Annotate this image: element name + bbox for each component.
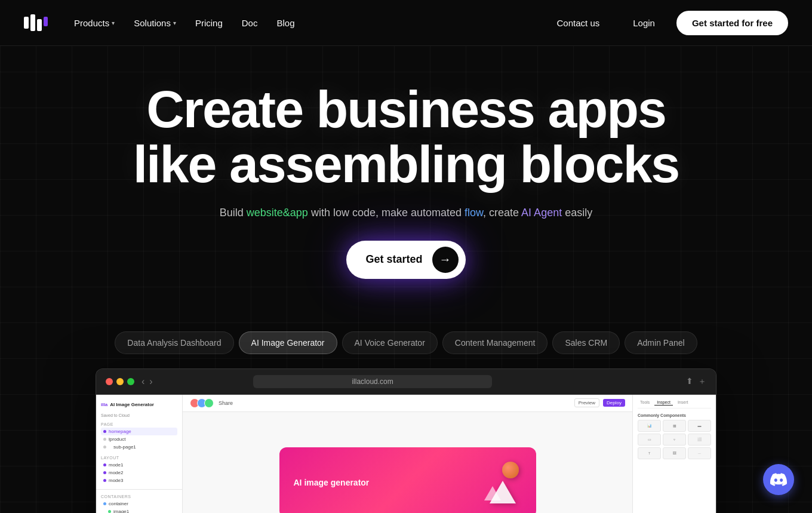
- logo[interactable]: [24, 14, 48, 31]
- containers-section: CONTAINERS container image1 button: [96, 493, 182, 513]
- arrow-icon: →: [432, 247, 459, 273]
- pyramid-small-shape: [484, 486, 501, 500]
- sidebar-item-subpage[interactable]: sub-page1: [101, 443, 177, 451]
- app-logo: illa: [101, 402, 107, 407]
- sidebar-item-image1[interactable]: image1: [101, 508, 177, 513]
- browser-window: ‹ › illacloud.com ⬆ ＋ illa AI Image Gene…: [96, 368, 716, 513]
- app-content: illa AI Image Generator Saved to Cloud P…: [96, 395, 716, 513]
- nav-items: Products ▾ Solutions ▾ Pricing Doc Blog: [67, 14, 302, 32]
- minimize-window-button[interactable]: [116, 378, 124, 385]
- card-title: AI image generator: [294, 478, 370, 487]
- avatar-3: [204, 398, 214, 408]
- svg-rect-3: [44, 17, 48, 26]
- topbar-right: Preview Deploy: [574, 398, 625, 407]
- nav-item-blog[interactable]: Blog: [269, 14, 302, 32]
- sidebar-item-container1[interactable]: container: [101, 500, 177, 508]
- app-sidebar: illa AI Image Generator Saved to Cloud P…: [96, 395, 183, 513]
- tab-ai-image-generator[interactable]: AI Image Generator: [239, 331, 337, 354]
- topbar-left: Share: [190, 398, 233, 408]
- nav-item-pricing[interactable]: Pricing: [188, 14, 230, 32]
- chevron-down-icon: ▾: [112, 20, 115, 26]
- sidebar-item-mode2[interactable]: mode2: [101, 469, 177, 477]
- nav-item-products[interactable]: Products ▾: [67, 14, 122, 32]
- layout-label: LAYOUT: [101, 456, 177, 460]
- tab-sales-crm[interactable]: Sales CRM: [552, 331, 620, 354]
- right-tab-tools[interactable]: Tools: [638, 400, 652, 406]
- preview-button[interactable]: Preview: [574, 398, 599, 407]
- get-started-for-free-button[interactable]: Get started for free: [676, 11, 788, 35]
- preview-section: ‹ › illacloud.com ⬆ ＋ illa AI Image Gene…: [0, 368, 812, 513]
- component-grid: 📊 ▦ ▬ ▭ ▿ ⬜ T 🖼 ···: [638, 420, 711, 459]
- layout-section: LAYOUT mode1 mode2 mode3: [96, 454, 182, 486]
- maximize-window-button[interactable]: [127, 378, 134, 385]
- browser-bar: ‹ › illacloud.com ⬆ ＋: [96, 369, 716, 395]
- navbar: Products ▾ Solutions ▾ Pricing Doc Blog …: [0, 0, 812, 46]
- login-button[interactable]: Login: [621, 13, 667, 33]
- component-text[interactable]: T: [638, 447, 661, 459]
- traffic-lights: [106, 378, 134, 385]
- app-right-panel: Tools Inspect Insert Commonly Components…: [632, 395, 716, 513]
- deploy-button[interactable]: Deploy: [603, 399, 625, 407]
- get-started-button[interactable]: Get started →: [346, 241, 465, 279]
- component-more[interactable]: ···: [688, 447, 711, 459]
- sidebar-item-mode3[interactable]: mode3: [101, 477, 177, 484]
- svg-rect-2: [37, 19, 42, 31]
- discord-button[interactable]: [763, 464, 794, 495]
- hero-subtitle: Build website&app with low code, make au…: [12, 207, 800, 219]
- sidebar-item-mode1[interactable]: mode1: [101, 461, 177, 469]
- 3d-illustration: [474, 462, 522, 503]
- nav-item-solutions[interactable]: Solutions ▾: [127, 14, 183, 32]
- right-tab-inspect[interactable]: Inspect: [654, 400, 673, 406]
- browser-navigation: ‹ ›: [142, 376, 153, 387]
- component-bar[interactable]: ▬: [688, 420, 711, 432]
- share-icon[interactable]: ⬆: [686, 376, 693, 387]
- share-text[interactable]: Share: [219, 400, 233, 406]
- nav-item-doc[interactable]: Doc: [235, 14, 265, 32]
- browser-actions: ⬆ ＋: [686, 376, 706, 387]
- sidebar-item-homepage[interactable]: homepage: [101, 428, 177, 435]
- component-select[interactable]: ▿: [663, 434, 686, 446]
- ai-image-generator-card: AI image generator: [279, 447, 536, 513]
- nav-right: Contact us Login Get started for free: [545, 11, 788, 35]
- hero-title: Create business apps like assembling blo…: [12, 82, 800, 192]
- svg-rect-1: [30, 14, 35, 31]
- hero-section: Create business apps like assembling blo…: [0, 46, 812, 331]
- right-panel-tabs: Tools Inspect Insert: [638, 400, 711, 408]
- app-topbar: Share Preview Deploy: [183, 395, 632, 412]
- right-tab-insert[interactable]: Insert: [675, 400, 691, 406]
- user-avatars: [190, 398, 214, 408]
- demo-tabs: Data Analysis Dashboard AI Image Generat…: [0, 331, 812, 354]
- tab-ai-voice-generator[interactable]: AI Voice Generator: [342, 331, 438, 354]
- chevron-down-icon: ▾: [173, 20, 176, 26]
- app-name: AI Image Generator: [110, 402, 154, 407]
- back-icon[interactable]: ‹: [142, 376, 144, 387]
- sphere-shape: [502, 462, 519, 478]
- tab-content-management[interactable]: Content Management: [442, 331, 548, 354]
- forward-icon[interactable]: ›: [149, 376, 152, 387]
- pages-label: PAGE: [101, 422, 177, 426]
- app-sidebar-header: illa AI Image Generator: [96, 400, 182, 410]
- new-tab-icon[interactable]: ＋: [698, 376, 706, 387]
- contact-us-button[interactable]: Contact us: [545, 13, 612, 33]
- hero-cta-wrapper: Get started →: [12, 241, 800, 279]
- save-status: Saved to Cloud: [96, 412, 182, 419]
- app-canvas: Share Preview Deploy AI image generator: [183, 395, 632, 513]
- sidebar-item-lproduct[interactable]: lproduct: [101, 435, 177, 443]
- component-button[interactable]: ⬜: [688, 434, 711, 446]
- components-label: Commonly Components: [638, 413, 711, 417]
- component-table[interactable]: ▦: [663, 420, 686, 432]
- close-window-button[interactable]: [106, 378, 113, 385]
- component-image[interactable]: 🖼: [663, 447, 686, 459]
- tab-data-analysis[interactable]: Data Analysis Dashboard: [115, 331, 233, 354]
- address-bar[interactable]: illacloud.com: [253, 375, 492, 388]
- svg-rect-0: [24, 17, 29, 29]
- pages-section: PAGE homepage lproduct sub-page1: [96, 421, 182, 452]
- tab-admin-panel[interactable]: Admin Panel: [625, 331, 697, 354]
- canvas-content: AI image generator: [183, 412, 632, 513]
- component-input[interactable]: ▭: [638, 434, 661, 446]
- nav-left: Products ▾ Solutions ▾ Pricing Doc Blog: [24, 14, 302, 32]
- component-chart[interactable]: 📊: [638, 420, 661, 432]
- discord-icon: [770, 471, 787, 488]
